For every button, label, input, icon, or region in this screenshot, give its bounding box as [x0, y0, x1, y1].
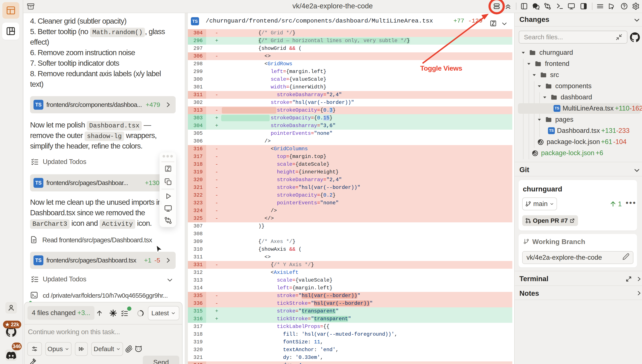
svg-text:Toggle Views: Toggle Views [420, 64, 462, 72]
